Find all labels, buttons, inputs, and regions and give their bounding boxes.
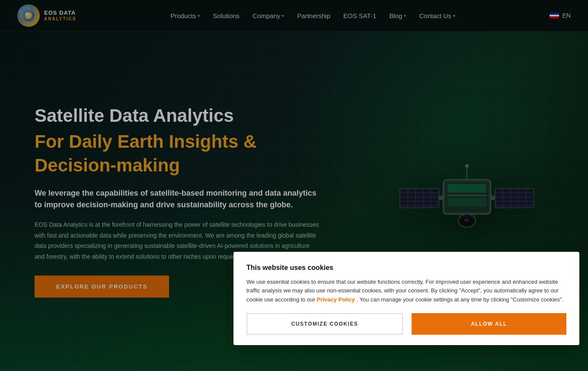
cookie-banner: This website uses cookies We use essenti… xyxy=(233,252,579,345)
cookie-overlay: This website uses cookies We use essenti… xyxy=(0,0,588,371)
cookie-body: We use essential cookies to ensure that … xyxy=(246,278,566,304)
cookie-body-end: . You can manage your cookie settings at… xyxy=(356,296,563,303)
allow-all-button[interactable]: ALLOW ALL xyxy=(412,313,566,335)
privacy-policy-link[interactable]: Privacy Policy xyxy=(317,296,355,303)
customize-cookies-button[interactable]: CUSTOMIZE COOKIES xyxy=(246,313,403,335)
cookie-buttons: CUSTOMIZE COOKIES ALLOW ALL xyxy=(246,313,566,335)
cookie-title: This website uses cookies xyxy=(246,264,566,272)
